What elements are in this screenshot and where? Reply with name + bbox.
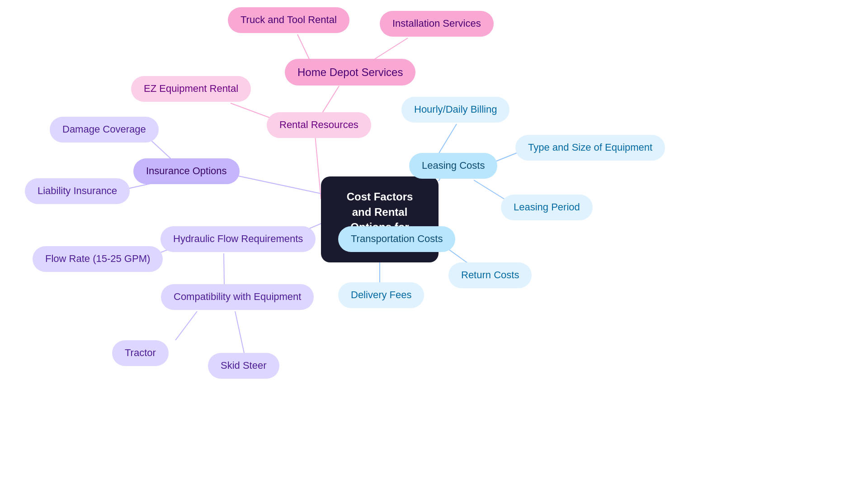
rental-resources-node: Rental Resources xyxy=(267,112,371,138)
skid-steer-node: Skid Steer xyxy=(208,353,279,379)
hydraulic-flow-node: Hydraulic Flow Requirements xyxy=(160,226,316,252)
flow-rate-node: Flow Rate (15-25 GPM) xyxy=(33,246,163,272)
compatibility-equipment-node: Compatibility with Equipment xyxy=(161,284,314,310)
tractor-node: Tractor xyxy=(112,340,169,366)
hourly-daily-billing-node: Hourly/Daily Billing xyxy=(401,97,509,123)
ez-equipment-rental-node: EZ Equipment Rental xyxy=(131,76,251,102)
leasing-period-node: Leasing Period xyxy=(501,195,593,220)
svg-line-14 xyxy=(436,124,457,157)
type-size-equipment-node: Type and Size of Equipment xyxy=(515,135,665,161)
transportation-costs-node: Transportation Costs xyxy=(338,226,455,252)
leasing-costs-node: Leasing Costs xyxy=(409,153,497,179)
home-depot-services-node: Home Depot Services xyxy=(285,59,415,86)
svg-line-11 xyxy=(175,311,197,340)
svg-line-10 xyxy=(224,253,224,284)
delivery-fees-node: Delivery Fees xyxy=(338,282,424,308)
truck-tool-rental-node: Truck and Tool Rental xyxy=(228,7,349,33)
insurance-options-node: Insurance Options xyxy=(133,158,240,184)
installation-services-node: Installation Services xyxy=(380,11,494,37)
return-costs-node: Return Costs xyxy=(448,262,532,288)
liability-insurance-node: Liability Insurance xyxy=(25,178,130,204)
svg-line-12 xyxy=(235,311,244,353)
damage-coverage-node: Damage Coverage xyxy=(50,117,159,143)
